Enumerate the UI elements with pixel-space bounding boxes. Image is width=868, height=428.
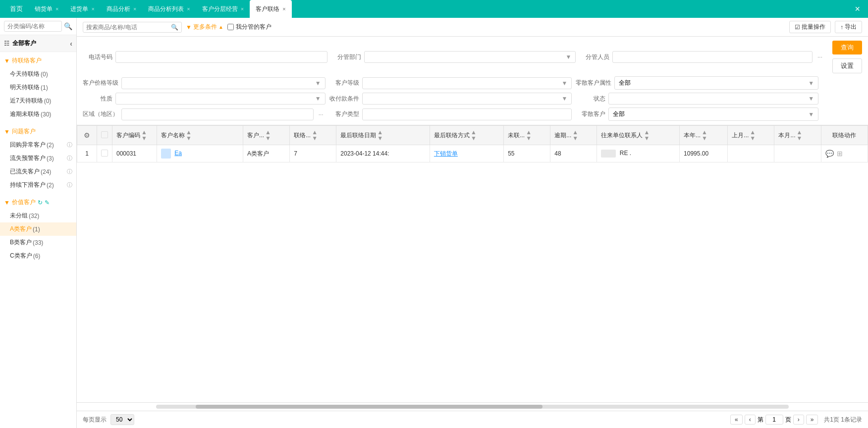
filter-search-input[interactable]	[86, 24, 171, 31]
sidebar-search-container: 🔍	[0, 18, 76, 35]
refresh-icon[interactable]: ↻	[38, 199, 43, 206]
prev-page-button[interactable]: ‹	[745, 415, 756, 425]
qr-action-icon[interactable]: ⊞	[837, 150, 843, 158]
col-this-year[interactable]: 本年... ▲▼	[680, 126, 728, 145]
col-checkbox-header[interactable]	[97, 126, 112, 145]
contact-method-link[interactable]: 下销货单	[434, 150, 458, 157]
chat-action-icon[interactable]: 💬	[825, 150, 834, 158]
problem-customers-title[interactable]: ▼ 问题客户	[0, 125, 76, 138]
col-customer-type[interactable]: 客户... ▲▼	[243, 126, 290, 145]
nav-tab-analysis-list[interactable]: 商品分析列表 ×	[142, 0, 196, 18]
person-more-icon[interactable]: ···	[815, 54, 824, 60]
col-settings[interactable]: ⚙	[77, 126, 97, 145]
region-input[interactable]	[121, 108, 314, 120]
sidebar-all-customers[interactable]: ☷ 全部客户 ‹	[0, 35, 76, 52]
col-customer-name[interactable]: 客户名称 ▲▼	[157, 126, 243, 145]
nature-select[interactable]: ▼	[115, 93, 326, 105]
col-last-contact-date[interactable]: 最后联络日期 ▲▼	[336, 126, 430, 145]
value-customers-title[interactable]: ▼ 价值客户 ↻ ✎	[0, 196, 76, 209]
collapse-sidebar-icon[interactable]: ‹	[70, 40, 72, 48]
status-field: 状态 ▼	[576, 93, 818, 105]
select-all-checkbox[interactable]	[101, 131, 108, 138]
sidebar-item-warning[interactable]: 流失预警客户 (3) ⓘ	[0, 152, 76, 165]
query-button[interactable]: 查询	[832, 41, 862, 54]
table-body: 1 000031 Ea A类客户 7 2023-04-12 14:44:	[77, 145, 868, 162]
filter-icon: ▼	[186, 24, 192, 31]
retail-customer-select[interactable]: 全部 ▼	[608, 107, 818, 121]
nav-tab-analysis[interactable]: 商品分析 ×	[101, 0, 142, 18]
filter-more-conditions[interactable]: ▼ 更多条件 ▲	[186, 23, 223, 31]
sidebar-item-unclassified[interactable]: 未分组 (32)	[0, 209, 76, 222]
settings-button[interactable]: 设置	[832, 58, 862, 73]
sidebar-item-a-class[interactable]: A类客户 (1)	[0, 222, 76, 236]
close-segment-tab[interactable]: ×	[241, 6, 244, 12]
region-more-icon[interactable]: ···	[317, 111, 326, 118]
customer-name-link[interactable]: Ea	[174, 150, 182, 157]
retail-attr-select[interactable]: 全部 ▼	[614, 76, 818, 90]
sidebar-item-abnormal[interactable]: 回购异常客户 (2) ⓘ	[0, 138, 76, 152]
row-select-checkbox[interactable]	[101, 150, 108, 157]
col-this-month[interactable]: 本月... ▲▼	[774, 126, 821, 145]
window-close-button[interactable]: ×	[851, 4, 864, 14]
settings-gear-icon[interactable]: ⚙	[84, 131, 90, 139]
nav-tab-customer-contact[interactable]: 客户联络 ×	[250, 0, 291, 18]
col-unit-contact[interactable]: 往来单位联系人 ▲▼	[597, 126, 680, 145]
person-input[interactable]	[612, 51, 813, 63]
nav-tab-sales[interactable]: 销货单 ×	[29, 0, 64, 18]
close-contact-tab[interactable]: ×	[282, 6, 285, 12]
filter-my-customers[interactable]: 我分管的客户	[227, 23, 271, 31]
close-purchase-tab[interactable]: ×	[91, 6, 94, 12]
sidebar-item-declining[interactable]: 持续下滑客户 (2) ⓘ	[0, 178, 76, 192]
col-customer-code[interactable]: 客户编码 ▲▼	[112, 126, 157, 145]
status-select[interactable]: ▼	[608, 93, 818, 105]
edit-value-icon[interactable]: ✎	[45, 199, 50, 206]
row-checkbox[interactable]	[97, 145, 112, 162]
col-uncontacted[interactable]: 未联... ▲▼	[504, 126, 550, 145]
col-overdue[interactable]: 逾期... ▲▼	[550, 126, 597, 145]
sidebar-item-tomorrow[interactable]: 明天待联络 (1)	[0, 81, 76, 94]
last-page-button[interactable]: »	[806, 415, 818, 425]
col-last-month[interactable]: 上月... ▲▼	[728, 126, 774, 145]
customer-type-input[interactable]	[362, 108, 572, 120]
close-analysis-tab[interactable]: ×	[133, 6, 136, 12]
phone-input[interactable]	[115, 51, 327, 63]
batch-operation-button[interactable]: ☑ 批量操作	[789, 21, 831, 33]
nav-tab-customer-segment[interactable]: 客户分层经营 ×	[196, 0, 250, 18]
status-label: 状态	[576, 95, 605, 103]
row-name[interactable]: Ea	[157, 145, 243, 162]
sidebar-search-input[interactable]	[4, 21, 62, 32]
next-page-button[interactable]: ›	[793, 415, 804, 425]
first-page-button[interactable]: «	[730, 415, 743, 425]
filter-search-icon[interactable]: 🔍	[171, 24, 178, 31]
nav-tab-purchase[interactable]: 进货单 ×	[64, 0, 100, 18]
scroll-thumb[interactable]	[196, 405, 542, 409]
row-last-contact-method[interactable]: 下销货单	[430, 145, 503, 162]
nav-home[interactable]: 首页	[4, 4, 29, 13]
horizontal-scrollbar[interactable]	[77, 402, 868, 411]
pending-contact-title[interactable]: ▼ 待联络客户	[0, 54, 76, 67]
page-number-input[interactable]	[765, 415, 783, 425]
sidebar-item-7days[interactable]: 近7天待联络 (0)	[0, 94, 76, 107]
sidebar-item-lost[interactable]: 已流失客户 (24) ⓘ	[0, 165, 76, 178]
dept-select[interactable]: ▼	[364, 51, 576, 63]
col-last-contact-method[interactable]: 最后联络方式 ▲▼	[430, 126, 503, 145]
export-button[interactable]: ↑ 导出	[835, 21, 862, 33]
row-actions: 💬 ⊞	[821, 145, 868, 162]
sidebar-item-b-class[interactable]: B类客户 (33)	[0, 236, 76, 249]
info-icon-lost: ⓘ	[67, 168, 72, 175]
my-customers-checkbox[interactable]	[227, 24, 234, 30]
sidebar-item-c-class[interactable]: C类客户 (6)	[0, 249, 76, 263]
close-sales-tab[interactable]: ×	[55, 6, 58, 12]
close-analysis-list-tab[interactable]: ×	[187, 6, 190, 12]
price-level-select[interactable]: ▼	[121, 77, 326, 89]
data-table: ⚙ 客户编码 ▲▼ 客户名称	[77, 125, 868, 162]
customer-level-select[interactable]: ▼	[362, 77, 572, 89]
problem-arrow-icon: ▼	[4, 128, 10, 135]
col-contact[interactable]: 联络... ▲▼	[290, 126, 336, 145]
sidebar-search-icon[interactable]: 🔍	[64, 22, 72, 30]
row-overdue: 48	[550, 145, 597, 162]
payment-select[interactable]: ▼	[362, 93, 572, 105]
page-size-select[interactable]: 50	[110, 414, 134, 425]
sidebar-item-overdue[interactable]: 逾期未联络 (30)	[0, 107, 76, 121]
sidebar-item-today[interactable]: 今天待联络 (0)	[0, 67, 76, 81]
